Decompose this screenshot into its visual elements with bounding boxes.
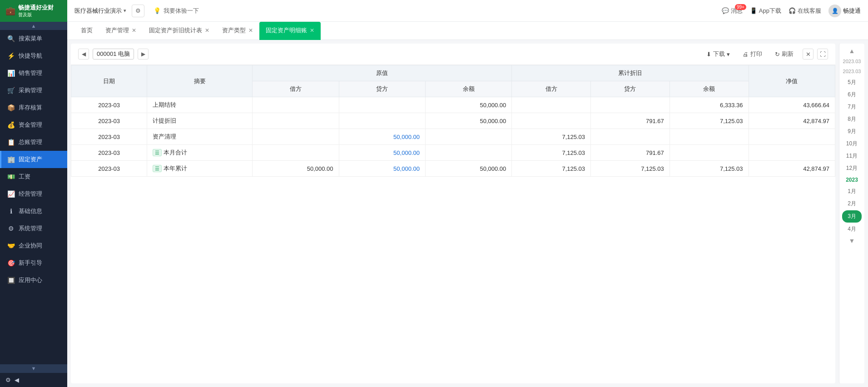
asset-detail-table: 日期 摘要 原值 累计折旧 净值 借方 贷方 余额 借方 贷方 余额 [71, 65, 835, 177]
col-net-value: 净值 [749, 65, 835, 97]
timeline-item-header1[interactable]: 2023.03 [839, 56, 864, 66]
refresh-button[interactable]: ↻ 刷新 [771, 48, 797, 60]
service-label: 在线客服 [798, 7, 821, 15]
tab-close-icon[interactable]: ✕ [248, 27, 253, 34]
app-download-button[interactable]: 📱 App下载 [750, 7, 781, 15]
sidebar-item-label: 工资 [19, 173, 30, 181]
table-body: 2023-03 上期结转 50,000.00 6,333.36 43,666.6… [71, 97, 835, 177]
main-panel: ◀ 000001 电脑 ▶ ⬇ 下载 ▾ 🖨 打印 [71, 44, 835, 383]
download-button[interactable]: ⬇ 下载 ▾ [703, 48, 734, 60]
sidebar-item-app-center[interactable]: 🔲 应用中心 [0, 272, 67, 289]
timeline-month-6[interactable]: 6月 [839, 89, 864, 101]
customer-service-button[interactable]: 🎧 在线客服 [789, 7, 821, 15]
sidebar-item-fixed-assets[interactable]: 🏢 固定资产 [0, 151, 67, 168]
tab-close-icon[interactable]: ✕ [205, 27, 209, 34]
sidebar-item-search[interactable]: 🔍 搜索菜单 [0, 30, 67, 47]
tab-asset-management[interactable]: 资产管理 ✕ [99, 22, 143, 40]
sidebar-item-guide[interactable]: 🎯 新手引导 [0, 254, 67, 272]
timeline-month-5[interactable]: 5月 [839, 76, 864, 89]
cell-orig-debit [253, 113, 339, 129]
tab-close-icon[interactable]: ✕ [310, 27, 314, 34]
notification-button[interactable]: 💬 消息 99+ [722, 7, 743, 15]
sidebar-item-operations[interactable]: 📈 经营管理 [0, 185, 67, 203]
print-button[interactable]: 🖨 打印 [739, 48, 766, 60]
sidebar-item-label: 搜索菜单 [19, 35, 42, 43]
tab-fixed-asset-detail[interactable]: 固定资产明细账 ✕ [259, 22, 321, 40]
col-dep-credit: 贷方 [591, 81, 670, 97]
timeline-down-arrow[interactable]: ▼ [847, 235, 857, 246]
sidebar-item-ledger[interactable]: 📋 总账管理 [0, 134, 67, 151]
cell-date: 2023-03 [71, 145, 147, 161]
timeline-month-10[interactable]: 10月 [839, 138, 864, 150]
headset-icon: 🎧 [789, 7, 796, 14]
lightning-icon: ⚡ [7, 52, 15, 60]
sidebar-item-label: 系统管理 [19, 224, 42, 233]
timeline-month-9[interactable]: 9月 [839, 125, 864, 138]
close-panel-button[interactable]: ✕ [803, 49, 813, 60]
main-area: 医疗器械行业演示 ▾ ⚙ 💡 我要体验一下 💬 消息 99+ 📱 App下载 🎧… [67, 0, 868, 387]
cart-icon: 🛒 [7, 87, 15, 94]
cell-orig-credit[interactable]: 50,000.00 [339, 161, 425, 177]
download-label: App下载 [759, 7, 781, 15]
tab-depreciation-stats[interactable]: 固定资产折旧统计表 ✕ [143, 22, 216, 40]
cell-orig-balance: 50,000.00 [425, 161, 511, 177]
sidebar-item-system[interactable]: ⚙ 系统管理 [0, 220, 67, 237]
sidebar-item-quick-nav[interactable]: ⚡ 快捷导航 [0, 47, 67, 64]
cell-dep-credit [591, 129, 670, 145]
cell-orig-balance: 50,000.00 [425, 97, 511, 113]
app-name: 畅捷通好业财 [18, 4, 54, 12]
sidebar-scroll-up[interactable]: ▲ [0, 22, 67, 30]
experience-button[interactable]: 💡 我要体验一下 [150, 5, 203, 17]
timeline-up-arrow[interactable]: ▲ [847, 45, 857, 56]
tab-label: 固定资产明细账 [266, 26, 307, 35]
timeline-month-1[interactable]: 1月 [839, 185, 864, 198]
cell-net-value: 43,666.64 [749, 97, 835, 113]
experience-label: 我要体验一下 [164, 7, 199, 15]
sidebar-item-finance[interactable]: 💰 资金管理 [0, 116, 67, 134]
sidebar-scroll-down[interactable]: ▼ [0, 364, 67, 372]
table-row: 2023-03 ☰本年累计 50,000.00 50,000.00 50,000… [71, 161, 835, 177]
cell-date: 2023-03 [71, 113, 147, 129]
timeline-month-2[interactable]: 2月 [839, 198, 864, 210]
sidebar-item-purchase[interactable]: 🛒 采购管理 [0, 82, 67, 99]
timeline-item-header2[interactable]: 2023.03 [839, 66, 864, 76]
timeline-month-3-active[interactable]: 3月 [842, 210, 862, 223]
timeline-month-11[interactable]: 11月 [839, 150, 864, 162]
tab-home[interactable]: 首页 [74, 22, 99, 40]
tab-asset-type[interactable]: 资产类型 ✕ [216, 22, 259, 40]
download-icon: ⬇ [706, 51, 711, 58]
sidebar-bottom-settings[interactable]: ⚙ ◀ [0, 372, 67, 387]
cell-orig-credit[interactable]: 50,000.00 [339, 145, 425, 161]
company-settings-button[interactable]: ⚙ [132, 5, 144, 17]
user-menu[interactable]: 👤 畅捷通 [828, 5, 861, 17]
trending-icon: 📈 [7, 190, 15, 198]
next-asset-button[interactable]: ▶ [138, 49, 149, 60]
tabs-bar: 首页 资产管理 ✕ 固定资产折旧统计表 ✕ 资产类型 ✕ 固定资产明细账 ✕ [67, 22, 868, 40]
timeline-month-12[interactable]: 12月 [839, 162, 864, 174]
sidebar-item-label: 销售管理 [19, 69, 42, 77]
sidebar-item-basic-info[interactable]: ℹ 基础信息 [0, 203, 67, 220]
timeline-month-4[interactable]: 4月 [839, 223, 864, 235]
cell-summary: 上期结转 [147, 97, 253, 113]
sidebar-item-collaboration[interactable]: 🤝 企业协同 [0, 237, 67, 254]
col-orig-balance: 余额 [425, 81, 511, 97]
cell-orig-credit[interactable]: 50,000.00 [339, 129, 425, 145]
cell-dep-balance: 7,125.03 [670, 161, 749, 177]
sidebar-item-payroll[interactable]: 💵 工资 [0, 168, 67, 185]
cell-summary: 资产清理 [147, 129, 253, 145]
table-container: 日期 摘要 原值 累计折旧 净值 借方 贷方 余额 借方 贷方 余额 [71, 65, 835, 383]
col-depreciation: 累计折旧 [512, 65, 749, 81]
cell-summary: ☰本年累计 [147, 161, 253, 177]
company-selector[interactable]: 医疗器械行业演示 ▾ [74, 7, 126, 15]
prev-asset-button[interactable]: ◀ [78, 49, 89, 60]
sidebar-item-sales[interactable]: 📊 销售管理 [0, 64, 67, 82]
timeline-year-2023[interactable]: 2023 [839, 174, 864, 185]
payroll-icon: 💵 [7, 173, 15, 180]
print-icon: 🖨 [743, 51, 749, 58]
expand-panel-button[interactable]: ⛶ [817, 49, 828, 60]
tab-close-icon[interactable]: ✕ [132, 27, 136, 34]
cell-orig-balance [425, 129, 511, 145]
timeline-month-8[interactable]: 8月 [839, 113, 864, 125]
sidebar-item-inventory[interactable]: 📦 库存核算 [0, 99, 67, 116]
timeline-month-7[interactable]: 7月 [839, 101, 864, 113]
